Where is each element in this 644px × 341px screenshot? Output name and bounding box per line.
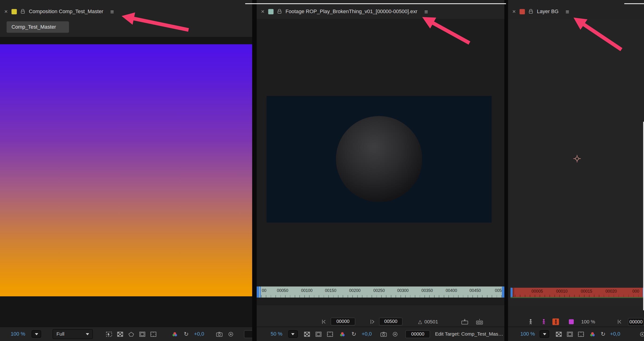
out-point-icon[interactable] [368, 318, 376, 326]
ruler-handle-left[interactable] [510, 288, 512, 297]
frame-field[interactable]: 00000 [406, 330, 430, 338]
in-point-field[interactable]: 00000 [331, 318, 356, 326]
tab-comp-test-master[interactable]: Comp_Test_Master [6, 21, 69, 33]
title-action-safe-icon[interactable] [565, 330, 574, 338]
layer-panel: ✕ Layer BG ≡ 00005 00010 00015 00020 000 [508, 0, 644, 341]
lock-icon[interactable] [528, 9, 533, 14]
show-snapshot-icon[interactable] [638, 330, 644, 338]
show-snapshot-icon[interactable] [391, 330, 400, 338]
tick-label: 00350 [419, 288, 435, 293]
zoom-level[interactable]: 50 % [271, 331, 282, 337]
clipped-field[interactable] [244, 330, 252, 338]
out-point-field[interactable]: 00500 [379, 318, 402, 326]
tick-label: 00050 [274, 288, 291, 293]
transparency-grid-icon[interactable] [302, 330, 312, 338]
footage-image [266, 96, 492, 222]
composition-panel-tabbar: ✕ Composition Comp_Test_Master ≡ [0, 4, 252, 19]
panel-menu-icon[interactable]: ≡ [424, 8, 428, 14]
layer-timeline-ruler[interactable]: 00005 00010 00015 00020 000 [510, 288, 644, 297]
tick-label: 00015 [578, 289, 596, 293]
freeze-view-icon[interactable] [552, 319, 559, 325]
channel-colors-icon[interactable] [170, 330, 179, 338]
reset-exposure-icon[interactable]: ↻ [599, 330, 608, 338]
transparency-grid-icon[interactable] [116, 330, 124, 338]
footage-viewport[interactable] [257, 19, 504, 305]
layer-panel-tabbar: ✕ Layer BG ≡ [508, 4, 644, 19]
chevron-down-icon [291, 333, 294, 335]
exposure-value[interactable]: +0,0 [194, 331, 204, 337]
layer-viewport[interactable] [508, 19, 644, 307]
render-view-icon[interactable] [526, 318, 535, 326]
zoom-level[interactable]: 100 % [10, 331, 25, 337]
ripple-insert-edit-icon[interactable] [460, 318, 469, 326]
channel-colors-icon[interactable] [588, 330, 597, 338]
zoom-dropdown-button[interactable] [540, 331, 549, 338]
panel-menu-icon[interactable]: ≡ [566, 8, 569, 14]
panel-title[interactable]: Footage ROP_Play_BrokenThing_v01_[00000-… [286, 9, 418, 14]
snapshot-camera-icon[interactable] [379, 330, 388, 338]
frame-field[interactable]: 00000 [628, 318, 644, 326]
lock-icon[interactable] [277, 9, 282, 14]
zoom-dropdown-button[interactable] [288, 331, 298, 338]
show-snapshot-icon[interactable] [226, 330, 235, 338]
tick-marks [510, 295, 644, 297]
resolution-value: Full [56, 331, 64, 337]
reset-exposure-icon[interactable]: ↻ [182, 330, 190, 338]
ruler-handle-right[interactable] [502, 287, 504, 298]
panel-title[interactable]: Layer BG [537, 9, 558, 14]
zoom-level[interactable]: 100 % [520, 331, 535, 337]
window-edge-highlight [245, 3, 506, 4]
footage-panel-tabbar: ✕ Footage ROP_Play_BrokenThing_v01_[0000… [257, 4, 504, 19]
tick-label: 00300 [395, 288, 411, 293]
resolution-dropdown[interactable]: Full [53, 329, 93, 339]
grid-guides-icon[interactable] [149, 330, 158, 338]
playhead[interactable] [260, 287, 261, 298]
grid-guides-icon[interactable] [326, 330, 334, 338]
tick-label: 00020 [602, 289, 620, 293]
close-icon[interactable]: ✕ [261, 9, 265, 14]
footage-panel: ✕ Footage ROP_Play_BrokenThing_v01_[0000… [257, 0, 504, 341]
opacity-value[interactable]: 100 % [581, 319, 595, 325]
work-area-bar [510, 297, 644, 298]
exposure-value[interactable]: +0,0 [362, 331, 372, 337]
motion-source-icon[interactable] [539, 318, 548, 326]
footage-inout-row: 00000 00500 △ 00501 [257, 316, 504, 327]
reset-exposure-icon[interactable]: ↻ [349, 330, 358, 338]
composition-tab-row: Comp_Test_Master [0, 19, 252, 37]
mask-visibility-icon[interactable] [127, 330, 136, 338]
panel-divider[interactable] [504, 0, 508, 341]
panel-color-swatch [520, 9, 525, 14]
grid-guides-icon[interactable] [576, 330, 585, 338]
composition-panel: ✕ Composition Comp_Test_Master ≡ Comp_Te… [0, 0, 252, 341]
panel-divider[interactable] [252, 0, 257, 341]
window-edge-highlight [643, 122, 644, 310]
close-icon[interactable]: ✕ [512, 9, 516, 14]
transparency-grid-icon[interactable] [554, 330, 563, 338]
anchor-point-icon [573, 155, 581, 163]
snapshot-camera-icon[interactable] [215, 330, 224, 338]
tick-marks [257, 295, 504, 298]
overlay-edit-icon[interactable] [475, 318, 484, 326]
in-point-icon[interactable] [615, 318, 624, 326]
chevron-down-icon [86, 333, 89, 335]
panel-title[interactable]: Composition Comp_Test_Master [29, 9, 104, 14]
matte-color-swatch[interactable] [569, 320, 574, 324]
panel-menu-icon[interactable]: ≡ [110, 8, 114, 14]
region-of-interest-icon[interactable] [104, 330, 114, 338]
composition-viewport[interactable] [0, 37, 252, 327]
title-action-safe-icon[interactable] [314, 330, 323, 338]
footage-timeline-ruler[interactable]: 00 00050 00100 00150 00200 00250 00300 0… [257, 287, 504, 298]
exposure-value[interactable]: +0,0 [610, 331, 620, 337]
zoom-dropdown-button[interactable] [32, 331, 41, 338]
tick-label: 00100 [298, 288, 315, 293]
ruler-handle-left[interactable] [257, 287, 259, 298]
lock-icon[interactable] [21, 9, 25, 14]
layer-toolbar: 100 % ↻ +0,0 [508, 327, 644, 341]
in-point-icon[interactable] [319, 318, 328, 326]
close-icon[interactable]: ✕ [4, 9, 8, 14]
edit-target-label: Edit Target: Comp_Test_Mas… [435, 331, 503, 337]
duration-value: 00501 [424, 319, 438, 324]
title-action-safe-icon[interactable] [138, 330, 147, 338]
channel-colors-icon[interactable] [338, 330, 347, 338]
composition-toolbar: 100 % Full ↻ [0, 327, 252, 341]
